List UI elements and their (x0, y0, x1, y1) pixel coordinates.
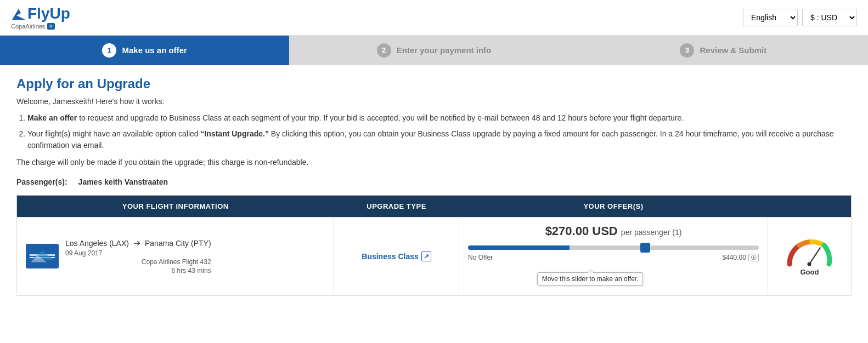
instruction-2-pre: Your flight(s) might have an available o… (27, 129, 200, 138)
logo-area: FlyUp CopaAirlines ✈ (11, 5, 70, 30)
col-your-offers: YOUR OFFER(S) (459, 195, 768, 217)
step-2[interactable]: 2 Enter your payment info (289, 36, 578, 65)
svg-marker-0 (12, 9, 25, 20)
offer-per-passenger: per passenger (1) (621, 228, 682, 237)
business-class-label: Business Class (362, 252, 419, 261)
step-3-number: 3 (680, 43, 694, 58)
gauge: Good (777, 237, 842, 276)
upgrade-type-cell: Business Class ↗ (334, 217, 459, 295)
svg-line-6 (809, 248, 820, 264)
steps-bar: 1 Make us an offer 2 Enter your payment … (0, 36, 868, 65)
passenger-name: James keith Vanstraaten (78, 178, 168, 186)
flight-airline: Copa Airlines Flight 432 (65, 258, 211, 266)
header-controls: English $ : USD (743, 9, 857, 26)
step-1-number: 1 (102, 43, 116, 58)
table-row: Los Angeles (LAX) ➔ Panama City (PTY) 09… (17, 217, 852, 295)
main-content: Apply for an Upgrade Welcome, Jameskeith… (0, 65, 868, 307)
external-link-icon: ↗ (421, 251, 431, 261)
instruction-1-rest: to request and upgrade to Business Class… (77, 113, 684, 122)
currency-select[interactable]: $ : USD (802, 9, 857, 26)
slider-container: No Offer $440.00 🛈 Move this slider to m… (468, 243, 759, 285)
flight-duration: 6 hrs 43 mins (65, 267, 211, 275)
instruction-1: Make an offer to request and upgrade to … (27, 112, 852, 124)
step-2-number: 2 (377, 43, 391, 58)
info-icon: 🛈 (748, 254, 759, 261)
offer-cell: $270.00 USD per passenger (1) No Offer $… (459, 217, 768, 295)
passenger-label: Passenger(s): (16, 178, 67, 186)
arrow-icon: ➔ (133, 238, 140, 248)
step-1[interactable]: 1 Make us an offer (0, 36, 289, 65)
flight-table: YOUR FLIGHT INFORMATION UPGRADE TYPE YOU… (16, 195, 852, 296)
step-3[interactable]: 3 Review & Submit (579, 36, 868, 65)
instructions-list: Make an offer to request and upgrade to … (27, 112, 852, 151)
business-class-link[interactable]: Business Class ↗ (343, 251, 450, 261)
col-flight-info: YOUR FLIGHT INFORMATION (17, 195, 334, 217)
flight-origin: Los Angeles (LAX) (65, 239, 129, 248)
flight-details: Los Angeles (LAX) ➔ Panama City (PTY) 09… (65, 238, 211, 275)
gauge-label: Good (800, 268, 819, 276)
table-header-row: YOUR FLIGHT INFORMATION UPGRADE TYPE YOU… (17, 195, 852, 217)
instruction-2-bold: “Instant Upgrade.” (200, 129, 268, 138)
flight-info-cell: Los Angeles (LAX) ➔ Panama City (PTY) 09… (17, 217, 334, 295)
copa-flag-icon: ✈ (47, 23, 55, 30)
instruction-1-bold: Make an offer (27, 113, 77, 122)
copa-text: CopaAirlines (11, 23, 45, 30)
gauge-svg (785, 237, 834, 267)
welcome-text: Welcome, Jameskeith! Here's how it works… (16, 97, 852, 106)
copa-airlines-label: CopaAirlines ✈ (11, 23, 55, 30)
passenger-row: Passenger(s): James keith Vanstraaten (16, 178, 852, 186)
instruction-2: Your flight(s) might have an available o… (27, 128, 852, 151)
flight-date: 09 Aug 2017 (65, 249, 211, 257)
step-2-label: Enter your payment info (397, 45, 492, 55)
gauge-cell: Good (768, 217, 851, 295)
page-title: Apply for an Upgrade (16, 76, 852, 92)
slider-max-label: $440.00 🛈 (722, 254, 758, 261)
offer-amount: $270.00 USD per passenger (1) (468, 224, 759, 238)
svg-point-7 (808, 262, 811, 266)
slider-tooltip-text: Move this slider to make an offer. (542, 275, 639, 283)
slider-tooltip: Move this slider to make an offer. (537, 272, 644, 285)
logo-text: FlyUp (27, 6, 70, 21)
offer-amount-value: $270.00 USD (545, 224, 618, 238)
flight-route: Los Angeles (LAX) ➔ Panama City (PTY) (65, 238, 211, 248)
slider-min-label: No Offer (468, 254, 493, 261)
language-select[interactable]: English (743, 9, 798, 26)
charge-note: The charge will only be made if you obta… (16, 158, 852, 167)
logo: FlyUp (11, 5, 70, 22)
col-upgrade-type: UPGRADE TYPE (334, 195, 459, 217)
flight-dest: Panama City (PTY) (145, 239, 211, 248)
wing-icon (11, 5, 26, 22)
step-1-label: Make us an offer (122, 45, 187, 55)
offer-slider[interactable] (468, 245, 759, 250)
step-3-label: Review & Submit (700, 45, 766, 55)
airline-logo (26, 244, 59, 268)
col-gauge (768, 195, 851, 217)
header: FlyUp CopaAirlines ✈ English $ : USD (0, 0, 868, 36)
